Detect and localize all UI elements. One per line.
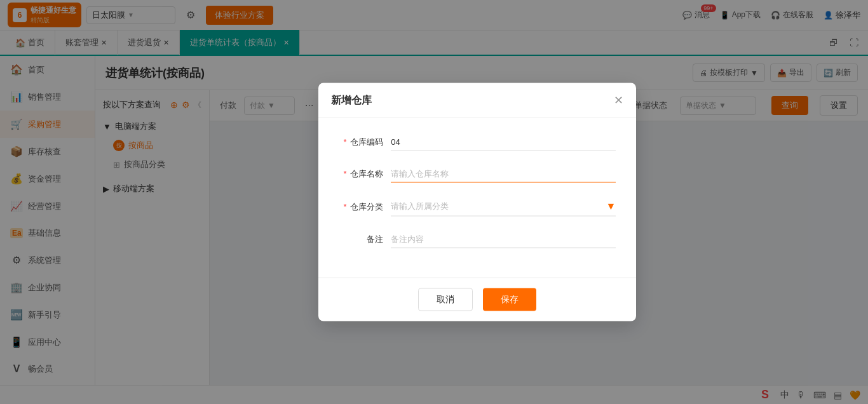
- form-label-name: * 仓库名称: [339, 168, 383, 180]
- warehouse-remark-input[interactable]: [391, 231, 616, 248]
- form-row-category: * 仓库分类 请输入所属分类 ▼: [339, 197, 616, 217]
- category-placeholder: 请输入所属分类: [391, 201, 606, 212]
- modal-close-button[interactable]: ✕: [614, 93, 623, 107]
- modal-body: * 仓库编码 * 仓库名称 * 仓库分类 请输入所属分类 ▼: [318, 118, 636, 278]
- category-arrow-icon: ▼: [606, 201, 616, 212]
- modal-footer: 取消 保存: [318, 278, 636, 321]
- warehouse-name-input[interactable]: [391, 165, 616, 183]
- warehouse-category-select[interactable]: 请输入所属分类 ▼: [391, 197, 616, 217]
- required-star-code: *: [344, 137, 347, 147]
- required-star-category: *: [344, 201, 347, 211]
- add-warehouse-modal: 新增仓库 ✕ * 仓库编码 * 仓库名称 * 仓库分类: [318, 83, 636, 321]
- form-label-category: * 仓库分类: [339, 201, 383, 212]
- form-label-code: * 仓库编码: [339, 137, 383, 148]
- warehouse-code-input[interactable]: [391, 133, 616, 151]
- form-label-remark: 备注: [339, 234, 383, 245]
- modal-title: 新增仓库: [331, 93, 372, 107]
- required-star-name: *: [344, 169, 347, 178]
- form-row-name: * 仓库名称: [339, 165, 616, 183]
- form-row-remark: 备注: [339, 231, 616, 248]
- modal-header: 新增仓库 ✕: [318, 83, 636, 118]
- cancel-button[interactable]: 取消: [418, 288, 473, 311]
- save-button[interactable]: 保存: [483, 288, 536, 311]
- form-row-code: * 仓库编码: [339, 133, 616, 151]
